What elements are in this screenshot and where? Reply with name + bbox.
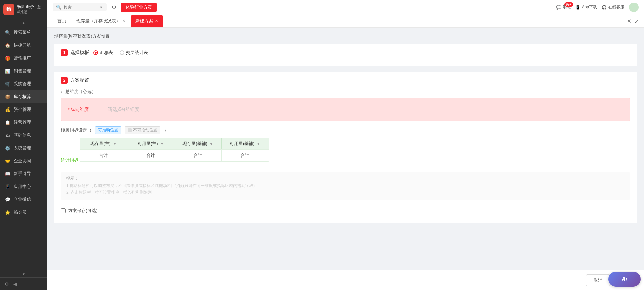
gear-icon: ⚙️ [5,145,11,151]
app-download-button[interactable]: 📱 App下载 [575,4,597,10]
radio-cross[interactable]: 交叉统计表 [120,50,148,56]
stats-label: 统计指标 [61,157,78,164]
sidebar-item-member[interactable]: ⭐ 畅会员 [0,206,47,219]
topbar-right: 💬 消息 99+ 📱 App下载 🎧 在线客服 [556,3,639,12]
col-header-2[interactable]: 可用量(主) ▼ [127,138,174,149]
phone-icon: 📱 [5,184,11,190]
sidebar-item-label: 搜索菜单 [14,29,31,35]
avatar [629,3,639,12]
sidebar-scroll-up[interactable]: ▲ [0,19,47,26]
headset-icon: 🎧 [602,5,607,10]
ai-fab-button[interactable]: Ai [608,272,641,287]
cancel-button[interactable]: 取消 [586,274,610,286]
sidebar-item-agreement[interactable]: 🤝 企业协同 [0,154,47,167]
sidebar-item-label: 资金管理 [14,106,31,113]
sidebar-item-label: 系统管理 [14,145,31,151]
step2-badge: 2 [61,77,68,84]
dimension-placeholder: 请选择分组维度 [108,106,139,113]
tab-home-label: 首页 [57,18,66,24]
content-area: 现存量(库存状况表)方案设置 1 选择模板 汇总表 交叉统计表 [47,28,644,270]
step2-title: 方案配置 [70,77,89,83]
sidebar-item-system[interactable]: ⚙️ 系统管理 [0,142,47,154]
tab-home[interactable]: 首页 [53,15,71,27]
dimension-required-label: * 纵向维度 [68,106,89,113]
cart-icon: 🛒 [5,81,11,87]
topbar-gear-icon[interactable]: ⚙ [112,4,116,10]
tab-new-plan-label: 新建方案 [135,18,153,24]
volume-footer-icon[interactable]: ◀ [13,281,17,287]
sidebar-item-marketing[interactable]: 🎁 营销推广 [0,52,47,65]
dimension-box[interactable]: * 纵向维度 —— 请选择分组维度 [61,98,630,121]
indicator-settings-label: 模板指标设定（ 可拖动位置 不可拖动位置 ） [61,126,630,134]
messages-button[interactable]: 💬 消息 99+ [556,4,571,10]
col-dropdown-1[interactable]: ▼ [113,142,117,146]
sidebar-item-appstore[interactable]: 📱 应用中心 [0,180,47,193]
tab-expand-icon[interactable]: ⤢ [634,18,639,24]
radio-dot-cross [120,50,124,55]
app-version: 标准版 [17,10,41,15]
sidebar-item-sales[interactable]: 📊 销售管理 [0,65,47,77]
template-radio-group: 汇总表 交叉统计表 [93,50,148,56]
non-draggable-tag: 不可拖动位置 [125,126,160,134]
logo-icon: 畅 [3,4,14,15]
search-icon: 🔍 [5,29,11,35]
tab-inventory-label: 现存量（库存状况表） [76,18,120,24]
tab-inventory-close-icon[interactable]: ✕ [122,19,125,23]
sidebar-item-newbie[interactable]: 📖 新手引导 [0,167,47,180]
indicator-table: 现存量(主) ▼ 可用量(主) ▼ 现存量(基辅) ▼ [80,138,269,162]
online-service-label: 在线客服 [608,4,624,10]
search-input[interactable] [64,5,97,10]
col-body-2: 合计 [127,150,174,161]
radio-summary[interactable]: 汇总表 [93,50,113,56]
handshake-icon: 🤝 [5,158,11,164]
sidebar-item-label: 企业协同 [14,158,31,164]
user-avatar-button[interactable] [629,3,639,12]
tab-new-plan-close-icon[interactable]: ✕ [155,19,158,23]
sidebar-item-shortcut[interactable]: 🏠 快捷导航 [0,39,47,52]
sidebar-logo: 畅 畅康通好生意 标准版 [0,0,47,19]
folder-icon: 🗂 [5,132,11,138]
step1-card: 1 选择模板 汇总表 交叉统计表 [54,44,637,66]
chat-icon: 💬 [5,196,11,202]
book-icon: 📖 [5,171,11,177]
tab-new-plan[interactable]: 新建方案 ✕ [131,15,163,27]
sidebar-scroll-down[interactable]: ▼ [0,271,47,277]
sidebar-item-label: 营销推广 [14,55,31,61]
sidebar-item-wechat[interactable]: 💬 企业微信 [0,193,47,206]
sidebar-item-finance[interactable]: 💰 资金管理 [0,103,47,116]
box-icon: 📦 [5,94,11,100]
logo-text-block: 畅康通好生意 标准版 [17,4,41,15]
sidebar-item-purchase[interactable]: 🛒 采购管理 [0,77,47,90]
online-service-button[interactable]: 🎧 在线客服 [602,4,624,10]
settings-footer-icon[interactable]: ⚙ [5,281,9,287]
col-dropdown-2[interactable]: ▼ [160,142,164,146]
col-dropdown-4[interactable]: ▼ [257,142,261,146]
sidebar-item-search[interactable]: 🔍 搜索菜单 [0,26,47,39]
topbar-search-box[interactable]: 🔍 ▼ [53,3,107,11]
col-dropdown-3[interactable]: ▼ [209,142,213,146]
home-icon: 🏠 [5,42,11,48]
col-header-1[interactable]: 现存量(主) ▼ [80,138,127,149]
sidebar-item-inventory[interactable]: 📦 库存核算 [0,90,47,103]
sidebar-item-label: 库存核算 [14,94,31,100]
sidebar-item-basic[interactable]: 🗂 基础信息 [0,129,47,142]
money-icon: 💰 [5,106,11,113]
sidebar-item-label: 经营管理 [14,119,31,125]
dimension-dash: —— [94,107,103,112]
tab-close-all-icon[interactable]: ✕ [627,18,631,24]
step2-card: 2 方案配置 汇总维度（必选） * 纵向维度 —— 请选择分组维度 [54,72,637,223]
col-header-label-3: 现存量(基辅) [182,141,207,147]
star-icon: ⭐ [5,209,11,215]
save-label: 方案保存(可选) [68,208,98,214]
save-checkbox[interactable] [61,208,66,213]
sidebar-item-operation[interactable]: 📋 经营管理 [0,116,47,129]
stats-section: 统计指标 现存量(主) ▼ 可用量(主) ▼ [61,138,630,167]
col-body-3: 合计 [174,150,222,161]
topbar: 🔍 ▼ ⚙ 体验行业方案 💬 消息 99+ 📱 App下载 🎧 在线客服 [47,0,644,15]
tab-inventory-status[interactable]: 现存量（库存状况表） ✕ [72,15,130,27]
col-body-1: 合计 [80,150,127,161]
col-header-label-4: 可用量(基辅) [230,141,255,147]
trial-button[interactable]: 体验行业方案 [121,3,157,12]
col-header-3[interactable]: 现存量(基辅) ▼ [174,138,222,149]
col-header-4[interactable]: 可用量(基辅) ▼ [222,138,269,149]
